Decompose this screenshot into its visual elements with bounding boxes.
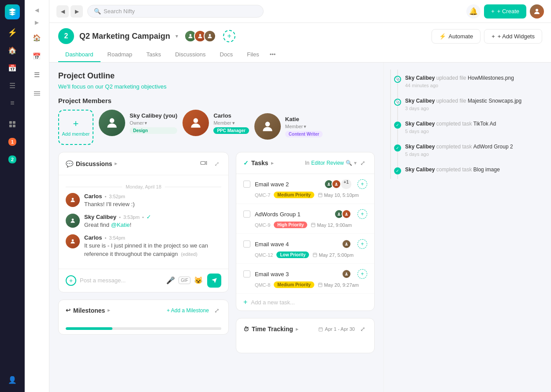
video-call-button[interactable] [198,158,209,170]
nav-icon-list[interactable]: ☰ [4,78,20,93]
activity-time-4: 5 days ago [405,152,513,157]
tab-dashboard[interactable]: Dashboard [58,48,101,62]
automate-button[interactable]: ⚡ Automate [432,29,481,44]
milestones-expand-button[interactable]: ⤢ [212,305,221,316]
calendar-icon-3 [313,252,317,257]
activity-link-5: Blog image [473,166,500,173]
task-name-2: AdWords Group 1 [255,211,332,218]
task-id-3: QMC-12 [255,252,273,258]
add-member-icon-button[interactable]: + [223,30,235,42]
sidebar-toggle-left[interactable]: ◀ [33,5,41,15]
activity-action-2: uploaded file [436,98,468,104]
time-tracking-expand-button[interactable]: ⤢ [358,324,367,334]
nav-icon-home[interactable]: 🏠 [4,42,20,58]
nav-forward-button[interactable]: ▶ [71,5,83,18]
sidebar-toggle-right[interactable]: ▶ [33,18,41,27]
nav-icon-grid[interactable] [4,116,20,132]
voice-input-button[interactable]: 🎤 [165,275,176,285]
add-milestone-button[interactable]: + Add a Milestone [167,305,209,316]
task-add-assignee-1[interactable]: + [357,179,367,189]
task-date-1: May 10, 5:10pm [318,192,359,198]
tab-more-button[interactable]: ••• [266,48,279,62]
milestones-chevron[interactable]: ▸ [108,307,110,313]
nav-icon-calendar[interactable]: 📅 [4,60,20,76]
discussions-panel-header: 💬 Discussions ▸ ⤢ [59,152,228,175]
task-avatars-3 [344,239,351,249]
calendar-icon-1 [318,192,323,197]
activity-content-3: Sky Calibey completed task TikTok Ad 5 d… [405,120,496,134]
filter-dropdown-icon[interactable]: ▾ [354,160,357,166]
carlos-role-dropdown[interactable]: ▾ [232,120,235,126]
role-dropdown-icon[interactable]: ▾ [145,120,147,126]
activity-content-5: Sky Calibey completed task Blog image [405,166,500,174]
nav-back-button[interactable]: ◀ [56,5,69,18]
task-id-2: QMC-9 [255,222,270,228]
nav-icon-lightning[interactable]: ⚡ [4,25,20,41]
tab-roadmap[interactable]: Roadmap [101,48,139,62]
add-member-card[interactable]: + Add member [58,110,93,145]
task-id-4: QMC-8 [255,282,270,288]
emoji-button[interactable]: 😺 [193,275,204,285]
svg-point-19 [335,183,337,184]
gif-button[interactable]: GIF [179,277,190,284]
task-item-1: Email wave 2 +1 [236,174,374,204]
tab-docs[interactable]: Docs [213,48,240,62]
date-divider: Monday, April 18 [66,184,221,189]
filter-search-icon[interactable]: 🔍 [346,160,352,166]
tasks-column: ✓ Tasks ▸ In Editor Review 🔍 ▾ ⤢ [236,152,375,360]
msg-dot-2b: • [142,214,144,220]
app-logo[interactable] [5,4,20,19]
activity-item-1: 📎 Sky Calibey uploaded file HowMilestone… [397,70,544,92]
task-add-assignee-4[interactable]: + [357,269,367,279]
tab-files[interactable]: Files [240,48,266,62]
discussions-chevron[interactable]: ▸ [115,161,117,166]
task-item-3: Email wave 4 + QMC-12 [236,234,374,264]
task-checkbox-4[interactable] [243,270,250,277]
nav-icon-list2[interactable]: ≡ [4,95,20,111]
plus-icon: + [491,8,495,15]
task-add-assignee-2[interactable]: + [357,209,367,219]
task-item-2: AdWords Group 1 [236,204,374,234]
msg-time-3: 3:54pm [109,235,125,240]
katie-role-dropdown[interactable]: ▾ [304,124,306,129]
message-add-button[interactable]: + [66,275,76,286]
user-avatar[interactable] [530,4,544,18]
member-role-carlos: Member ▾ [213,120,249,126]
member-avatar-carlos [182,110,209,136]
page-content: Project Outline We'll focus on our Q2 ma… [49,63,551,392]
member-role-sky: Owner ▾ [130,120,177,126]
tab-tasks[interactable]: Tasks [139,48,168,62]
task-checkbox-1[interactable] [243,181,250,188]
task-item-4: Email wave 3 + QMC-8 [236,264,374,294]
svg-rect-14 [201,162,205,165]
tasks-panel: ✓ Tasks ▸ In Editor Review 🔍 ▾ ⤢ [236,152,375,311]
tasks-expand-button[interactable]: ⤢ [358,158,367,168]
notification-button[interactable]: 🔔 [466,4,480,18]
title-dropdown-arrow[interactable]: ▾ [175,33,178,39]
discussions-expand-button[interactable]: ⤢ [212,158,221,170]
time-tracking-chevron[interactable]: ▸ [296,326,298,332]
nav-icon-badge-orange[interactable]: 1 [4,134,20,150]
send-message-button[interactable] [207,274,221,288]
message-2: Sky Calibey • 3:53pm • ✓ Great find @Kat… [66,214,221,229]
message-input[interactable] [80,277,162,284]
svg-point-30 [346,243,347,244]
tasks-filter-value[interactable]: Editor Review [311,160,344,166]
task-checkbox-3[interactable] [243,240,250,248]
sidebar-item-home[interactable]: 🏠 [29,30,45,46]
sidebar-item-list2[interactable] [29,85,45,101]
nav-icon-badge-teal[interactable]: 2 [4,152,20,167]
add-widgets-button[interactable]: + + Add Widgets [484,29,542,44]
tasks-chevron[interactable]: ▸ [271,160,274,166]
nav-icon-person[interactable]: 👤 [4,372,20,388]
sidebar-item-calendar[interactable]: 📅 [29,48,45,64]
svg-point-16 [72,219,74,221]
task-add-assignee-3[interactable]: + [357,239,367,249]
task-avatar-4a [342,269,351,279]
tab-discussions[interactable]: Discussions [168,48,212,62]
search-bar[interactable]: 🔍 Search Nifty [87,5,264,18]
sidebar-item-list[interactable]: ☰ [29,67,45,83]
task-checkbox-2[interactable] [243,211,250,218]
add-task-row[interactable]: + Add a new task... [236,294,374,311]
create-button[interactable]: + + Create [484,4,526,18]
